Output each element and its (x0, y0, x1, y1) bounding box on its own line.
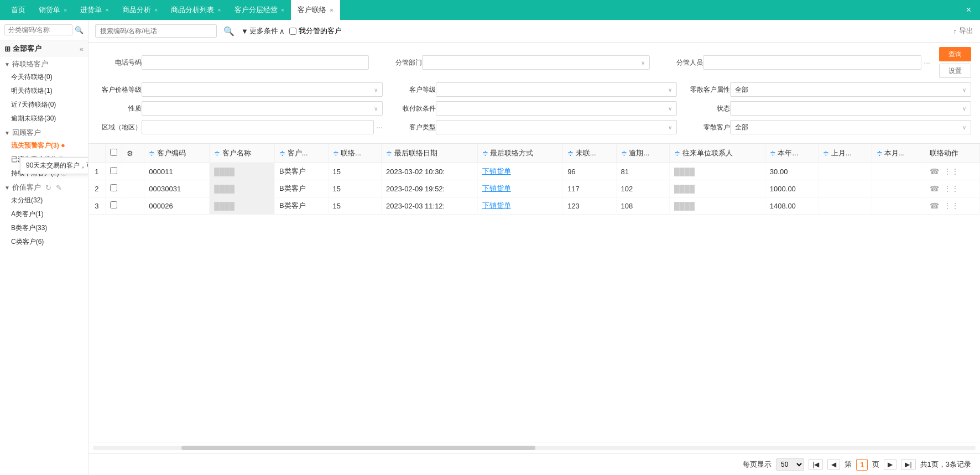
th-no-contact[interactable]: ≑ 未联... (563, 144, 616, 163)
scrollbar-thumb[interactable] (181, 446, 535, 450)
th-customer-level[interactable]: ≑ 客户... (275, 144, 328, 163)
close-icon[interactable]: × (217, 7, 221, 13)
sidebar-item-class-c[interactable]: C类客户(6) (0, 235, 88, 249)
th-action: 联络动作 (925, 144, 980, 163)
th-unit-contact[interactable]: ≑ 往来单位联系人 (670, 144, 765, 163)
tab-sales-order[interactable]: 销货单 × (32, 0, 74, 20)
section-review-customers[interactable]: ▼ 回顾客户 (0, 126, 88, 139)
last-contact-method-cell[interactable]: 下销货单 (477, 197, 562, 215)
window-close-button[interactable]: × (962, 5, 976, 15)
action-cell[interactable]: ☎ ⋮⋮ (925, 180, 980, 197)
all-customers-header[interactable]: ⊞ 全部客户 « (0, 40, 88, 57)
th-settings[interactable]: ⚙ (122, 144, 144, 163)
per-page-select[interactable]: 50 100 200 (776, 458, 804, 471)
call-icon[interactable]: ☎ (930, 184, 939, 193)
more-conditions-button[interactable]: ▼ 更多条件 ∧ (241, 26, 285, 36)
no-contact-days-cell: 117 (563, 180, 616, 197)
th-customer-name[interactable]: ≑ 客户名称 (210, 144, 275, 163)
department-select[interactable]: ∨ (422, 55, 649, 70)
row-checkbox[interactable] (110, 167, 117, 174)
collapse-icon[interactable]: « (80, 45, 84, 53)
customer-level-select[interactable]: ∨ (436, 82, 677, 97)
tab-product-analysis[interactable]: 商品分析 × (116, 0, 164, 20)
row-checkbox[interactable] (110, 201, 117, 208)
th-contact[interactable]: ≑ 联络... (328, 144, 381, 163)
next-page-button[interactable]: ▶ (884, 459, 896, 470)
close-icon[interactable]: × (281, 7, 284, 13)
sidebar-item-today-contact[interactable]: 今天待联络(0) (0, 70, 88, 84)
manager-select[interactable] (703, 55, 922, 70)
sidebar-item-class-b[interactable]: B类客户(33) (0, 221, 88, 235)
action-cell[interactable]: ☎ ⋮⋮ (925, 197, 980, 215)
row-actions-icon (122, 180, 144, 197)
more-actions-icon[interactable]: ⋮⋮ (943, 201, 959, 210)
edit-icon[interactable]: ✎ (56, 184, 62, 192)
th-last-contact-method[interactable]: ≑ 最后联络方式 (477, 144, 562, 163)
refresh-icon[interactable]: ↻ (45, 184, 51, 192)
th-this-month[interactable]: ≑ 本月... (872, 144, 925, 163)
region-select[interactable] (142, 120, 374, 134)
call-icon[interactable]: ☎ (930, 201, 939, 210)
search-button[interactable]: 🔍 (221, 26, 237, 36)
gender-select[interactable]: ∨ (142, 101, 383, 116)
th-overdue[interactable]: ≑ 逾期... (616, 144, 669, 163)
th-last-month[interactable]: ≑ 上月... (819, 144, 872, 163)
my-customers-checkbox[interactable]: 我分管的客户 (289, 26, 342, 36)
horizontal-scrollbar[interactable] (93, 446, 976, 450)
th-this-year[interactable]: ≑ 本年... (765, 144, 818, 163)
last-page-button[interactable]: ▶| (901, 459, 915, 470)
query-button[interactable]: 查询 (939, 47, 971, 61)
chevron-down-icon: ∨ (962, 124, 966, 131)
sidebar-item-tomorrow-contact[interactable]: 明天待联络(1) (0, 84, 88, 98)
th-checkbox[interactable] (105, 144, 122, 163)
close-icon[interactable]: × (330, 7, 333, 13)
tab-home[interactable]: 首页 (4, 0, 32, 20)
last-contact-method-cell[interactable]: 下销货单 (477, 163, 562, 180)
close-icon[interactable]: × (105, 7, 108, 13)
th-customer-code[interactable]: ≑ 客户编码 (144, 144, 210, 163)
sidebar-item-overdue-contact[interactable]: 逾期未联络(30) (0, 112, 88, 126)
chevron-down-icon: ▼ (4, 130, 10, 136)
row-checkbox-cell[interactable] (105, 197, 122, 215)
close-icon[interactable]: × (64, 7, 67, 13)
more-actions-icon[interactable]: ⋮⋮ (943, 184, 959, 193)
sidebar-item-class-a[interactable]: A类客户(1) (0, 207, 88, 221)
action-cell[interactable]: ☎ ⋮⋮ (925, 163, 980, 180)
prev-page-button[interactable]: ◀ (827, 459, 840, 470)
close-icon[interactable]: × (154, 7, 158, 13)
price-level-select[interactable]: ∨ (142, 82, 383, 97)
tab-product-analysis-list[interactable]: 商品分析列表 × (164, 0, 227, 20)
settings-button[interactable]: 设置 (939, 64, 971, 78)
customer-type-select[interactable]: ∨ (436, 120, 677, 134)
row-checkbox-cell[interactable] (105, 180, 122, 197)
last-contact-method-cell[interactable]: 下销货单 (477, 180, 562, 197)
tab-purchase-order[interactable]: 进货单 × (74, 0, 115, 20)
more-icon[interactable]: ··· (924, 58, 930, 67)
sidebar-item-unclassified[interactable]: 未分组(32) (0, 194, 88, 207)
section-pending-contact[interactable]: ▼ 待联络客户 (0, 57, 88, 70)
credit-attr-select[interactable]: 全部 ∨ (730, 82, 971, 97)
tab-customer-tier[interactable]: 客户分层经营 × (228, 0, 291, 20)
chevron-down-icon: ∨ (962, 87, 966, 93)
retail-select[interactable]: 全部 ∨ (730, 120, 971, 134)
status-select[interactable]: ∨ (730, 101, 971, 116)
phone-input[interactable] (142, 55, 369, 70)
export-button[interactable]: ↑ 导出 (953, 26, 974, 36)
section-value-customers[interactable]: ▼ 价值客户 ↻ ✎ (0, 180, 88, 194)
sidebar-item-week-contact[interactable]: 近7天待联络(0) (0, 98, 88, 112)
call-icon[interactable]: ☎ (930, 167, 939, 176)
category-search-input[interactable] (4, 24, 72, 35)
search-input[interactable] (95, 24, 217, 38)
more-icon[interactable]: ··· (376, 123, 383, 132)
customer-table: ⚙ ≑ 客户编码 ≑ 客户名称 ≑ 客户... ≑ 联络... (88, 144, 980, 215)
th-last-contact-date[interactable]: ≑ 最后联络日期 (381, 144, 477, 163)
more-actions-icon[interactable]: ⋮⋮ (943, 167, 959, 176)
select-all-checkbox[interactable] (110, 149, 117, 156)
sidebar-item-churn-warning[interactable]: 流失预警客户(3) ● (0, 139, 88, 153)
first-page-button[interactable]: |◀ (809, 459, 823, 470)
tab-customer-contact[interactable]: 客户联络 × (291, 0, 340, 20)
row-checkbox[interactable] (110, 184, 117, 191)
payment-terms-select[interactable]: ∨ (436, 101, 677, 116)
chevron-down-icon: ▼ (4, 61, 10, 67)
row-checkbox-cell[interactable] (105, 163, 122, 180)
